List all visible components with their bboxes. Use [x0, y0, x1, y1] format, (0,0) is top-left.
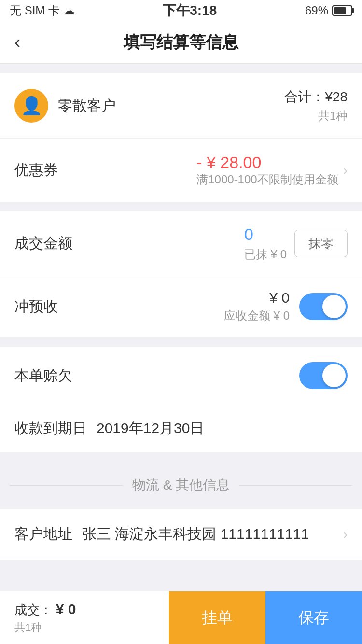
avatar-icon: 👤: [21, 96, 42, 116]
coupon-amount: - ¥ 28.00: [196, 153, 338, 172]
logistics-line-right: [239, 485, 352, 486]
round-button[interactable]: 抹零: [294, 230, 348, 257]
customer-right: 合计：¥28 共1种: [284, 88, 348, 124]
customer-row: 👤 零散客户 合计：¥28 共1种: [0, 73, 362, 138]
page-title: 填写结算等信息: [124, 31, 238, 54]
customer-count: 共1种: [284, 108, 348, 124]
section-divider-1: [0, 64, 362, 73]
logistics-line-left: [10, 485, 123, 486]
address-chevron-icon: ›: [343, 527, 348, 542]
bottom-deal-label: 成交：: [14, 602, 52, 617]
section-divider-4: [0, 452, 362, 462]
coupon-label: 优惠券: [14, 160, 58, 180]
prereceive-toggle[interactable]: [299, 293, 348, 320]
content-area: 👤 零散客户 合计：¥28 共1种 优惠券 - ¥ 28.00 满1000-10…: [0, 64, 362, 644]
customer-name: 零散客户: [58, 96, 116, 116]
bottom-deal-line: 成交： ¥ 0: [14, 601, 154, 618]
amount-section: 成交金额 0 已抹 ¥ 0 抹零: [0, 211, 362, 276]
deal-amount-value: 0: [244, 225, 287, 244]
logistics-divider: 物流 & 其他信息: [0, 462, 362, 509]
coupon-values: - ¥ 28.00 满1000-100不限制使用金额: [196, 153, 338, 187]
address-row[interactable]: 客户地址 张三 海淀永丰科技园 11111111111 ›: [0, 509, 362, 560]
debit-toggle-knob: [322, 364, 346, 387]
battery-icon: [332, 5, 352, 16]
coupon-row[interactable]: 优惠券 - ¥ 28.00 满1000-100不限制使用金额 ›: [0, 138, 362, 202]
amount-values: 0 已抹 ¥ 0: [244, 225, 287, 262]
debit-section: 本单赊欠: [0, 347, 362, 405]
customer-total: 合计：¥28: [284, 88, 348, 106]
prereceive-values: ¥ 0 应收金额 ¥ 0: [224, 290, 290, 323]
address-label: 客户地址: [14, 524, 72, 544]
debit-row: 本单赊欠: [14, 347, 348, 405]
deal-amount-label: 成交金额: [14, 234, 72, 253]
customer-avatar: 👤: [14, 89, 48, 123]
prereceive-amount: ¥ 0: [224, 290, 290, 306]
back-button[interactable]: ‹: [14, 32, 20, 53]
section-divider-2: [0, 202, 362, 211]
status-right: 69%: [305, 4, 352, 17]
prereceive-right: ¥ 0 应收金额 ¥ 0: [224, 290, 348, 323]
status-left: 无 SIM 卡 ☁: [10, 3, 75, 18]
battery-percent: 69%: [305, 4, 328, 17]
section-divider-3: [0, 337, 362, 347]
toggle-knob: [322, 295, 346, 318]
duedate-row: 收款到期日 2019年12月30日: [0, 405, 362, 452]
debit-label: 本单赊欠: [14, 366, 72, 386]
prereceive-sub: 应收金额 ¥ 0: [224, 308, 290, 323]
bottom-count: 共1种: [14, 620, 154, 635]
bottom-bar: 成交： ¥ 0 共1种 挂单 保存: [0, 591, 362, 644]
address-value: 张三 海淀永丰科技园 11111111111: [82, 524, 343, 544]
debit-toggle[interactable]: [299, 362, 348, 389]
sim-status: 无 SIM 卡 ☁: [10, 3, 75, 18]
chevron-right-icon: ›: [343, 163, 348, 178]
bottom-summary: 成交： ¥ 0 共1种: [0, 591, 169, 644]
amount-right: 0 已抹 ¥ 0 抹零: [244, 225, 348, 262]
duedate-label: 收款到期日: [14, 419, 87, 438]
status-time: 下午3:18: [163, 1, 217, 20]
deal-amount-sub: 已抹 ¥ 0: [244, 247, 287, 262]
coupon-right: - ¥ 28.00 满1000-100不限制使用金额 ›: [196, 153, 348, 187]
hold-button[interactable]: 挂单: [169, 591, 265, 644]
coupon-desc: 满1000-100不限制使用金额: [196, 172, 338, 187]
prereceive-label: 冲预收: [14, 297, 58, 317]
status-bar: 无 SIM 卡 ☁ 下午3:18 69%: [0, 0, 362, 21]
save-button[interactable]: 保存: [265, 591, 362, 644]
prereceive-row: 冲预收 ¥ 0 应收金额 ¥ 0: [0, 276, 362, 337]
logistics-label: 物流 & 其他信息: [132, 476, 230, 494]
duedate-value: 2019年12月30日: [97, 419, 204, 438]
nav-bar: ‹ 填写结算等信息: [0, 21, 362, 64]
amount-row: 成交金额 0 已抹 ¥ 0 抹零: [14, 211, 348, 276]
customer-left: 👤 零散客户: [14, 89, 116, 123]
bottom-deal-amount: ¥ 0: [56, 601, 76, 617]
